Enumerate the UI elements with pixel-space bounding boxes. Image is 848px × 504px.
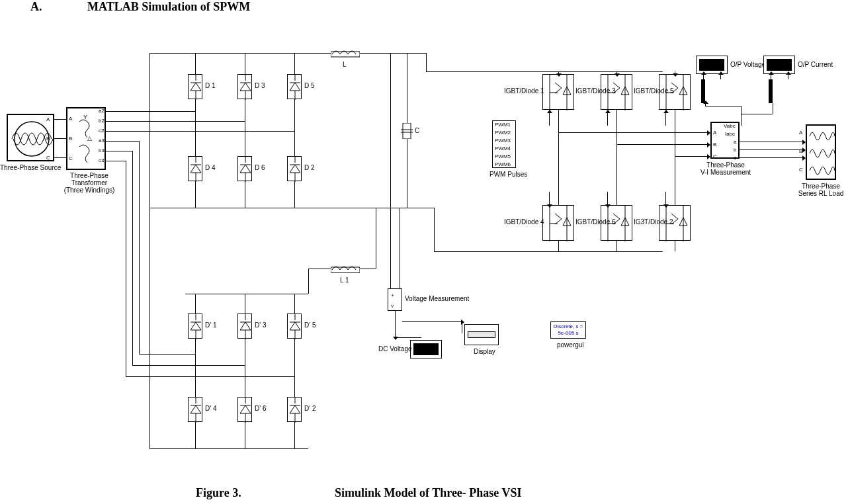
xfmr-port-c3: c3	[99, 157, 104, 163]
wire	[245, 294, 245, 314]
igbt-6-label: IGBT/Diode 6	[575, 218, 616, 226]
diode-d2	[287, 156, 302, 181]
diode-d5	[287, 74, 302, 99]
wire	[421, 208, 434, 208]
vi-port-iabc: Iabc	[725, 131, 735, 137]
wire	[607, 192, 608, 205]
load-port-a: A	[799, 130, 802, 136]
svg-marker-8	[240, 83, 251, 91]
wire	[294, 339, 295, 397]
diode-d6-label: D 6	[255, 164, 265, 171]
wire	[400, 208, 400, 288]
xfmr-port-c2: c2	[99, 128, 104, 134]
wire	[558, 110, 559, 205]
wire	[185, 294, 308, 294]
wire	[771, 74, 771, 79]
wire	[126, 376, 294, 377]
wire	[720, 74, 721, 79]
xfmr-port-a3: a3	[99, 138, 105, 144]
vi-port-a-out: a	[734, 139, 736, 145]
wire	[434, 208, 435, 251]
wire	[616, 110, 617, 205]
diode-dp2-label: D' 2	[304, 405, 316, 412]
wire	[106, 131, 294, 132]
wire	[741, 114, 773, 114]
diode-dp5-label: D' 5	[304, 321, 316, 329]
svg-marker-24	[290, 165, 300, 173]
dc-voltage-label: DC Voltage	[378, 345, 412, 353]
op-current-label: O/P Current	[798, 61, 833, 68]
pwm6-label: PWM6	[495, 161, 511, 167]
igbt-3-label: IGBT/Diode 3	[575, 87, 616, 95]
wire	[294, 53, 295, 74]
diode-d3-label: D 3	[255, 82, 265, 89]
wire	[245, 181, 245, 208]
diode-dp2	[287, 397, 302, 422]
wire	[149, 208, 421, 208]
diode-dp3	[237, 314, 252, 339]
diode-d1	[188, 74, 202, 99]
mux-bar	[701, 79, 705, 103]
powergui-label: powergui	[557, 341, 584, 349]
wire	[665, 192, 666, 205]
diode-d4	[188, 156, 202, 181]
diode-dp1-label: D' 1	[205, 321, 216, 329]
diode-dp4-label: D' 4	[205, 405, 216, 412]
src-port-a: A	[46, 116, 50, 122]
wire	[675, 156, 708, 157]
wire	[558, 132, 708, 133]
diode-dp3-label: D' 3	[255, 321, 266, 329]
igbt-1	[542, 74, 574, 110]
wire	[360, 269, 376, 269]
wire	[740, 157, 803, 158]
inductor-l	[331, 48, 360, 60]
wire	[294, 99, 295, 156]
wire	[558, 71, 559, 74]
src-port-b: B	[46, 136, 50, 142]
wire	[773, 103, 773, 114]
wire	[426, 53, 427, 71]
igbt-5-label: IGBT/Diode 5	[634, 87, 674, 95]
powergui-block: Discrete, s = 5e-005 s	[550, 321, 586, 339]
wire	[195, 422, 196, 448]
wire	[741, 106, 742, 126]
igbt-1-label: IGBT/Diode 1	[504, 87, 544, 95]
diode-d2-label: D 2	[304, 164, 315, 171]
wire	[407, 53, 427, 54]
wire	[294, 422, 295, 448]
wire	[126, 161, 126, 376]
vi-measurement-label: Three-Phase V-I Measurement	[696, 161, 755, 176]
diode-d1-label: D 1	[205, 82, 216, 89]
wire	[705, 103, 706, 106]
wire	[106, 111, 195, 112]
wire	[675, 241, 675, 251]
mux-bar	[769, 79, 773, 103]
wire	[149, 448, 308, 449]
svg-marker-20	[240, 165, 251, 173]
wire	[407, 53, 407, 123]
wire	[195, 181, 196, 208]
wire	[616, 241, 617, 251]
pwm4-label: PWM4	[495, 146, 511, 151]
diode-dp5	[287, 314, 302, 339]
src-port-c: C	[46, 155, 50, 161]
capacitor-c	[401, 123, 413, 139]
wire	[675, 71, 675, 74]
wire	[106, 161, 126, 161]
wire	[407, 139, 407, 208]
inductor-l1-label: L 1	[340, 276, 349, 284]
diode-d6	[237, 156, 252, 181]
wire	[54, 157, 66, 158]
pwm5-label: PWM5	[495, 153, 511, 159]
wire	[434, 251, 663, 252]
vi-port-b-out: b	[734, 147, 736, 153]
wire	[195, 53, 196, 74]
wire	[106, 121, 245, 122]
wire	[139, 141, 140, 354]
wire	[675, 110, 675, 205]
capacitor-c-label: C	[415, 127, 419, 134]
source-label: Three-Phase Source	[0, 164, 61, 171]
diode-dp6	[237, 397, 252, 422]
wire	[132, 151, 133, 365]
wire	[740, 149, 803, 150]
